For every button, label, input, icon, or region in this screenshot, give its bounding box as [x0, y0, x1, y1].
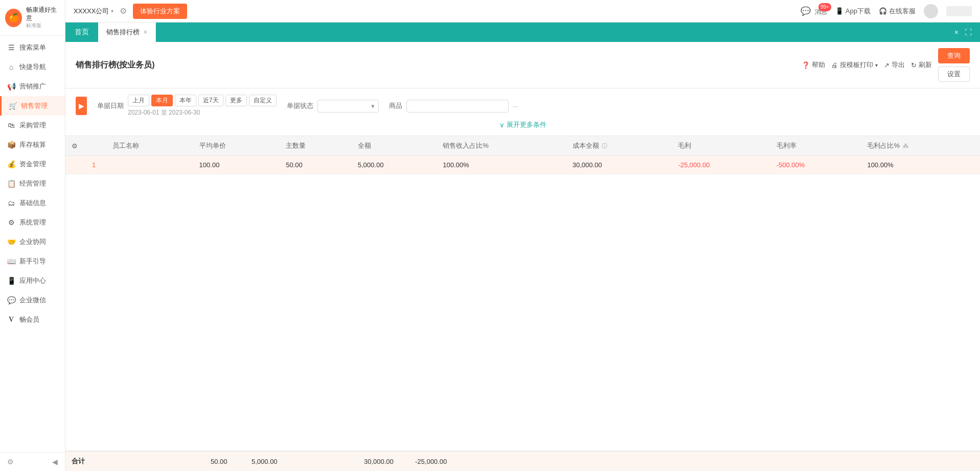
sales-icon: 🛒	[9, 102, 17, 110]
basic-icon: 🗂	[7, 199, 15, 207]
tab-home[interactable]: 首页	[65, 23, 98, 42]
refresh-icon: ↻	[911, 61, 917, 69]
chevron-down-expand-icon: ∨	[499, 121, 505, 129]
sidebar-item-member[interactable]: V 畅会员	[0, 310, 65, 329]
sidebar-item-guide[interactable]: 📖 新手引导	[0, 252, 65, 271]
th-profit-rate: 毛利率	[770, 136, 861, 156]
tab-sales-ranking[interactable]: 销售排行榜 ×	[98, 23, 156, 42]
sidebar-item-finance[interactable]: 💰 资金管理	[0, 154, 65, 174]
date-more-btn[interactable]: 更多	[225, 95, 247, 106]
date-filter-label: 单据日期	[97, 101, 124, 110]
sidebar-item-operations[interactable]: 📋 经营管理	[0, 174, 65, 193]
user-avatar[interactable]	[924, 4, 938, 18]
sidebar-item-nav[interactable]: ⌂ 快捷导航	[0, 57, 65, 77]
date-prev-month-btn[interactable]: 上月	[128, 95, 149, 106]
sidebar-item-purchase[interactable]: 🛍 采购管理	[0, 116, 65, 135]
sidebar-label-marketing: 营销推广	[19, 82, 46, 91]
date-current-year-btn[interactable]: 本年	[175, 95, 196, 106]
sidebar-footer: ⚙ ◀	[0, 452, 65, 471]
status-select[interactable]	[317, 100, 379, 113]
sidebar-label-nav: 快捷导航	[19, 62, 46, 72]
date-7days-btn[interactable]: 近7天	[198, 95, 223, 106]
goods-input[interactable]	[406, 100, 509, 113]
export-button[interactable]: ↗ 导出	[884, 60, 905, 70]
tab-close-all-icon[interactable]: ×	[954, 28, 959, 36]
settings-button[interactable]: 设置	[938, 66, 970, 82]
settings-footer-icon[interactable]: ⚙	[7, 458, 14, 466]
filter-expand-arrow[interactable]: ▶	[76, 97, 87, 115]
page-title: 销售排行榜(按业务员)	[76, 60, 155, 71]
user-name[interactable]	[946, 6, 972, 16]
trial-button[interactable]: 体验行业方案	[133, 4, 187, 19]
sidebar-item-basic[interactable]: 🗂 基础信息	[0, 193, 65, 213]
footer-profit: -25,000.00	[409, 458, 460, 465]
notification-wrap[interactable]: 💬 99+ 消息	[801, 6, 827, 16]
headset-icon: 🎧	[879, 7, 887, 15]
app-download-label: App下载	[846, 7, 871, 16]
filter-row: ▶ 单据日期 上月 本月 本年 近7天 更多 自定义 2023-06-01	[76, 95, 970, 117]
sidebar-item-inventory[interactable]: 📦 库存核算	[0, 135, 65, 154]
tab-close-icon[interactable]: ×	[144, 29, 147, 36]
sidebar-item-apps[interactable]: 📱 应用中心	[0, 271, 65, 290]
th-avg-price: 平均单价	[193, 136, 280, 156]
filter-status: 单据状态	[287, 100, 379, 113]
inventory-icon: 📦	[7, 141, 15, 149]
collab-icon: 🤝	[7, 238, 15, 246]
tab-fullscreen-icon[interactable]: ⛶	[965, 28, 972, 36]
table-footer: 合计 50.00 5,000.00 30,000.00 -25,000.00	[65, 451, 980, 471]
sidebar-label-sales: 销售管理	[21, 101, 48, 110]
company-settings-icon[interactable]: ⚙	[120, 6, 127, 16]
search-menu-icon: ☰	[7, 43, 15, 52]
th-rank	[86, 136, 106, 156]
app-logo-icon: 🍊	[5, 9, 22, 27]
sidebar-item-sales[interactable]: 🛒 销售管理	[0, 96, 65, 116]
cost-info-icon[interactable]: ⓘ	[602, 143, 607, 149]
template-print-button[interactable]: 🖨 按模板打印 ▾	[831, 60, 878, 70]
td-profit: -25,000.00	[672, 156, 770, 174]
app-download-link[interactable]: 📱 App下载	[835, 7, 871, 16]
online-service-link[interactable]: 🎧 在线客服	[879, 7, 916, 16]
apps-icon: 📱	[7, 277, 15, 285]
td-settings	[65, 156, 86, 174]
rank-number: 1	[92, 161, 96, 169]
sidebar-item-search[interactable]: ☰ 搜索菜单	[0, 38, 65, 57]
date-custom-btn[interactable]: 自定义	[249, 95, 277, 106]
footer-cost: 30,000.00	[358, 458, 409, 465]
profit-ratio-info-icon[interactable]: ⁂	[903, 143, 908, 149]
query-button[interactable]: 查询	[938, 48, 970, 63]
th-main-qty: 主数量	[280, 136, 352, 156]
data-table: ⚙ 员工名称 平均单价 主数量 全额 销售收入占比% 成本全额 ⓘ 毛利 毛利率	[65, 136, 980, 174]
td-profit-ratio: 100.00%	[861, 156, 980, 174]
member-icon: V	[7, 316, 15, 324]
th-settings[interactable]: ⚙	[65, 136, 86, 156]
sidebar-label-member: 畅会员	[19, 315, 39, 324]
refresh-button[interactable]: ↻ 刷新	[911, 60, 932, 70]
collapse-icon[interactable]: ◀	[52, 458, 58, 466]
tab-bar: 首页 销售排行榜 × × ⛶	[65, 23, 980, 42]
filter-goods: 商品 ···	[389, 100, 518, 113]
sidebar-item-collab[interactable]: 🤝 企业协同	[0, 232, 65, 252]
th-profit: 毛利	[672, 136, 770, 156]
date-range-display: 2023-06-01 至 2023-06-30	[128, 108, 277, 117]
goods-more-icon[interactable]: ···	[513, 102, 518, 110]
column-settings-icon[interactable]: ⚙	[72, 142, 78, 150]
date-current-month-btn[interactable]: 本月	[151, 95, 173, 106]
template-print-label: 按模板打印	[840, 60, 873, 70]
notification-badge: 99+	[818, 3, 831, 11]
refresh-label: 刷新	[919, 60, 932, 70]
expand-more-label: 展开更多条件	[507, 120, 546, 129]
purchase-icon: 🛍	[7, 121, 15, 129]
sidebar-item-system[interactable]: ⚙ 系统管理	[0, 213, 65, 232]
sidebar-item-wechat[interactable]: 💬 企业微信	[0, 290, 65, 310]
sidebar-item-marketing[interactable]: 📢 营销推广	[0, 77, 65, 96]
page-header: 销售排行榜(按业务员) ❓ 帮助 🖨 按模板打印 ▾ ↗ 导出 ↻ 刷新	[65, 42, 980, 88]
top-header: XXXXX公司 ▾ ⚙ 体验行业方案 💬 99+ 消息 📱 App下载 🎧 在线…	[65, 0, 980, 23]
status-select-wrap	[317, 100, 379, 113]
chevron-down-icon: ▾	[111, 8, 113, 14]
company-selector[interactable]: XXXXX公司 ▾	[74, 7, 113, 16]
print-icon: 🖨	[831, 61, 838, 69]
expand-more-conditions[interactable]: ∨ 展开更多条件	[76, 117, 970, 129]
help-icon: ❓	[802, 61, 810, 69]
help-button[interactable]: ❓ 帮助	[802, 60, 825, 70]
th-sales-ratio: 销售收入占比%	[437, 136, 566, 156]
